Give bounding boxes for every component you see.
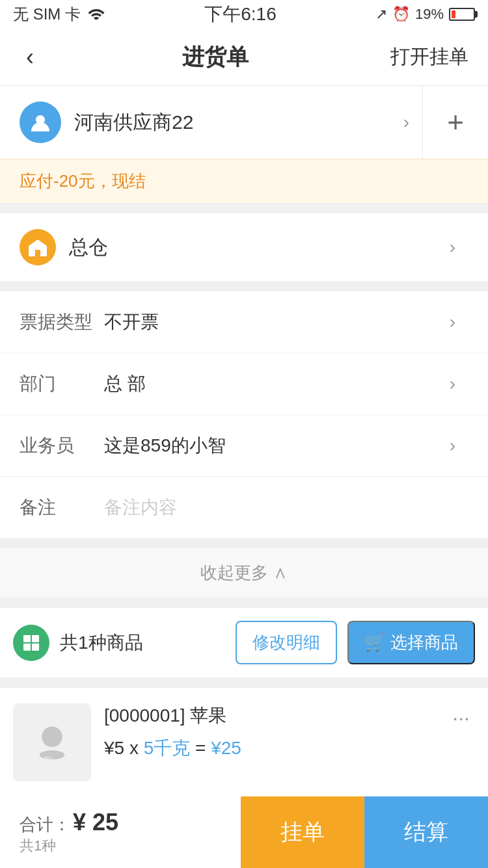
warehouse-selector[interactable]: 总仓 ›	[0, 213, 488, 281]
total-label: 合计：	[20, 813, 70, 836]
supplier-name: 河南供应商22	[74, 109, 390, 136]
product-more-button[interactable]: ···	[447, 703, 475, 733]
salesperson-value: 这是859的小智	[104, 433, 437, 458]
svg-rect-1	[23, 635, 31, 642]
carrier-label: 无 SIM 卡	[13, 4, 81, 25]
products-header: 共1种商品 修改明细 🛒 选择商品	[0, 608, 488, 677]
status-right: ↗ ⏰ 19%	[375, 6, 475, 23]
status-left: 无 SIM 卡	[13, 4, 105, 25]
svg-rect-3	[23, 644, 31, 651]
battery-icon	[449, 8, 475, 21]
edit-details-button[interactable]: 修改明细	[236, 621, 337, 664]
supplier-card: 河南供应商22 › + 应付-20元，现结	[0, 86, 488, 203]
cart-icon: 🛒	[364, 632, 385, 653]
warehouse-chevron-icon: ›	[437, 237, 468, 258]
open-pending-button[interactable]: 打开挂单	[390, 44, 468, 70]
products-count: 共1种商品	[60, 631, 225, 655]
remark-input[interactable]: 备注内容	[104, 495, 468, 520]
add-supplier-button[interactable]: +	[423, 86, 488, 159]
salesperson-chevron-icon: ›	[437, 435, 468, 456]
product-price: ¥5 x 5千克 = ¥25	[104, 736, 434, 761]
supplier-selector[interactable]: 河南供应商22 ›	[0, 86, 423, 159]
hang-button[interactable]: 挂单	[241, 796, 364, 868]
payment-info: 应付-20元，现结	[0, 159, 488, 203]
alarm-icon: ⏰	[392, 6, 410, 23]
department-label: 部门	[20, 372, 104, 396]
warehouse-icon	[20, 229, 56, 265]
ticket-type-chevron-icon: ›	[437, 312, 468, 332]
svg-rect-2	[32, 635, 39, 642]
bottom-bar: 合计： ¥ 25 共1种 挂单 结算	[0, 796, 488, 868]
supplier-section: 河南供应商22 › +	[0, 86, 488, 159]
svg-text:智+: 智+	[44, 755, 53, 762]
select-product-button[interactable]: 🛒 选择商品	[347, 621, 475, 664]
salesperson-row[interactable]: 业务员 这是859的小智 ›	[0, 415, 488, 477]
checkout-button[interactable]: 结算	[364, 796, 488, 868]
collapse-button[interactable]: 收起更多 ∧	[0, 549, 488, 597]
remark-row[interactable]: 备注 备注内容	[0, 477, 488, 538]
department-value: 总 部	[104, 372, 437, 396]
page-title: 进货单	[182, 42, 249, 72]
products-icon	[13, 625, 49, 661]
content-area: 河南供应商22 › + 应付-20元，现结 总仓 › 票据类型 不开票 › 部门…	[0, 86, 488, 868]
total-sub: 共1种	[20, 836, 221, 856]
product-info: [0000001] 苹果 ¥5 x 5千克 = ¥25	[104, 703, 434, 761]
remark-label: 备注	[20, 495, 104, 520]
warehouse-name: 总仓	[69, 234, 437, 261]
nav-bar: ‹ 进货单 打开挂单	[0, 29, 488, 86]
battery-percent: 19%	[415, 6, 444, 23]
svg-rect-4	[32, 644, 39, 651]
total-amount: ¥ 25	[73, 809, 118, 836]
location-icon: ↗	[375, 6, 387, 23]
supplier-avatar	[20, 102, 61, 143]
back-button[interactable]: ‹	[20, 37, 40, 77]
ticket-type-row[interactable]: 票据类型 不开票 ›	[0, 292, 488, 353]
product-name: [0000001] 苹果	[104, 703, 434, 728]
department-row[interactable]: 部门 总 部 ›	[0, 353, 488, 415]
total-section: 合计： ¥ 25 共1种	[0, 796, 241, 868]
supplier-chevron-icon: ›	[390, 112, 422, 133]
status-bar: 无 SIM 卡 下午6:16 ↗ ⏰ 19%	[0, 0, 488, 29]
status-time: 下午6:16	[204, 2, 277, 27]
ticket-type-label: 票据类型	[20, 310, 104, 334]
salesperson-label: 业务员	[20, 433, 104, 458]
department-chevron-icon: ›	[437, 373, 468, 394]
product-item: 智+ [0000001] 苹果 ¥5 x 5千克 = ¥25 ···	[0, 688, 488, 797]
product-thumbnail: 智+	[13, 703, 91, 781]
ticket-type-value: 不开票	[104, 310, 437, 334]
form-section: 票据类型 不开票 › 部门 总 部 › 业务员 这是859的小智 › 备注 备注…	[0, 292, 488, 538]
svg-point-5	[42, 727, 62, 748]
wifi-icon	[87, 5, 105, 23]
